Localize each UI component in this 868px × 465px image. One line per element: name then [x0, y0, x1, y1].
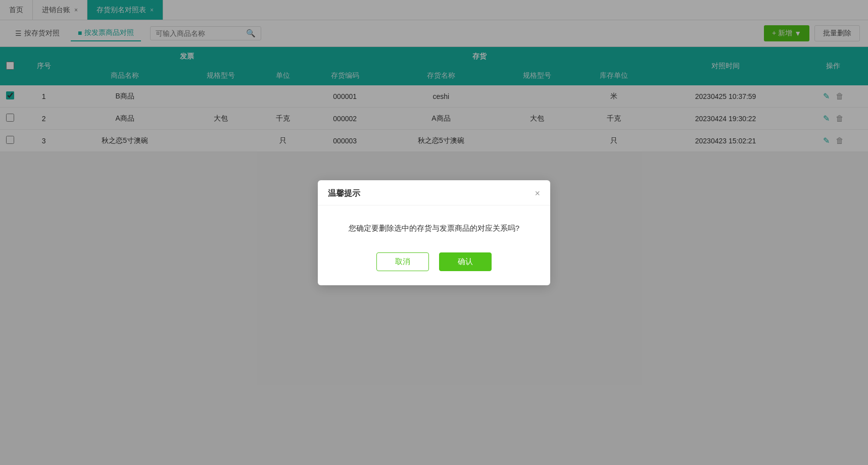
modal-overlay: 温馨提示 × 您确定要删除选中的存货与发票商品的对应关系吗? 取消 确认: [0, 0, 868, 152]
